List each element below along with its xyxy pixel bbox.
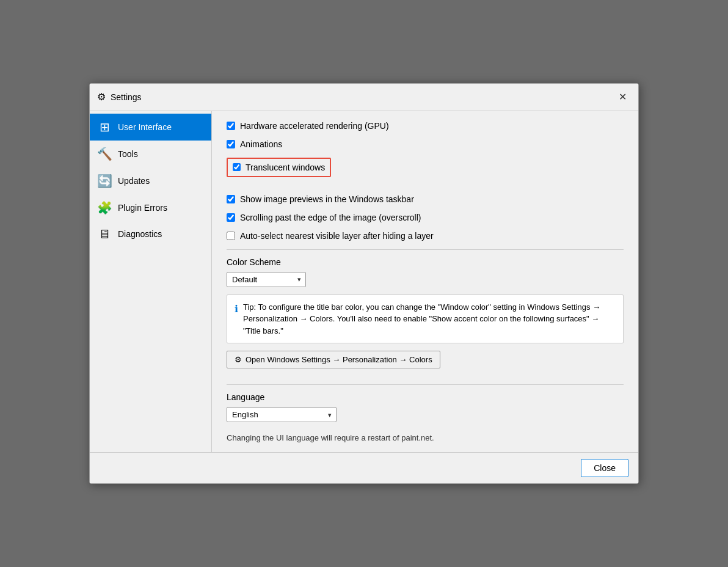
checkbox-gpu[interactable] xyxy=(227,122,235,130)
dialog-footer: Close xyxy=(90,452,638,483)
language-label: Language xyxy=(227,392,624,402)
checkbox-overscroll[interactable] xyxy=(227,213,235,222)
label-taskbar-preview: Show image previews in the Windows taskb… xyxy=(240,194,414,204)
checkbox-translucent[interactable] xyxy=(233,163,241,171)
checkbox-row-overscroll: Scrolling past the edge of the image (ov… xyxy=(227,213,624,222)
checkbox-animations[interactable] xyxy=(227,140,235,148)
language-select[interactable]: English Français Deutsch Español 日本語 xyxy=(227,407,337,422)
title-bar-left: ⚙ Settings xyxy=(97,91,142,103)
label-auto-select: Auto-select nearest visible layer after … xyxy=(240,231,434,241)
title-bar-close-button[interactable]: ✕ xyxy=(614,89,631,106)
tip-text: Tip: To configure the title bar color, y… xyxy=(243,301,616,337)
checkbox-row-auto-select: Auto-select nearest visible layer after … xyxy=(227,231,624,241)
tip-box: ℹ Tip: To configure the title bar color,… xyxy=(227,294,624,344)
plugin-icon: 🧩 xyxy=(97,200,112,215)
settings-title-icon: ⚙ xyxy=(97,91,106,103)
color-scheme-select[interactable]: Default Light Dark xyxy=(227,272,306,287)
checkbox-row-gpu: Hardware accelerated rendering (GPU) xyxy=(227,121,624,131)
tools-icon: 🔨 xyxy=(97,147,112,161)
open-windows-settings-button[interactable]: ⚙ Open Windows Settings → Personalizatio… xyxy=(227,351,440,368)
main-content: Hardware accelerated rendering (GPU) Ani… xyxy=(212,111,638,453)
checkbox-row-translucent-wrapper: Translucent windows xyxy=(227,158,624,186)
sidebar-item-plugin-errors[interactable]: 🧩 Plugin Errors xyxy=(90,194,211,221)
sidebar-label-updates: Updates xyxy=(118,176,150,186)
ui-icon: ⊞ xyxy=(97,120,112,134)
sidebar-label-plugin-errors: Plugin Errors xyxy=(118,203,167,213)
dialog-title: Settings xyxy=(111,92,142,102)
language-restart-note: Changing the UI language will require a … xyxy=(227,433,624,442)
checkbox-taskbar-preview[interactable] xyxy=(227,195,235,203)
checkbox-row-translucent: Translucent windows xyxy=(227,158,331,177)
color-scheme-select-wrapper-outer: Default Light Dark xyxy=(227,272,624,287)
close-dialog-button[interactable]: Close xyxy=(581,459,628,477)
open-settings-label: Open Windows Settings → Personalization … xyxy=(246,355,432,364)
checkbox-row-animations: Animations xyxy=(227,139,624,149)
sidebar-item-tools[interactable]: 🔨 Tools xyxy=(90,141,211,167)
dialog-body: ⊞ User Interface 🔨 Tools 🔄 Updates 🧩 Plu… xyxy=(90,111,638,453)
language-select-wrapper: English Français Deutsch Español 日本語 xyxy=(227,407,337,422)
sidebar-label-tools: Tools xyxy=(118,149,138,159)
color-scheme-select-wrapper: Default Light Dark xyxy=(227,272,306,287)
diagnostics-icon: 🖥 xyxy=(97,227,112,241)
sidebar: ⊞ User Interface 🔨 Tools 🔄 Updates 🧩 Plu… xyxy=(90,111,212,453)
sidebar-item-user-interface[interactable]: ⊞ User Interface xyxy=(90,114,211,141)
checkbox-row-taskbar-preview: Show image previews in the Windows taskb… xyxy=(227,194,624,204)
open-settings-icon: ⚙ xyxy=(235,355,242,364)
sidebar-item-diagnostics[interactable]: 🖥 Diagnostics xyxy=(90,221,211,247)
color-scheme-label: Color Scheme xyxy=(227,257,624,267)
sidebar-item-updates[interactable]: 🔄 Updates xyxy=(90,167,211,194)
settings-dialog: ⚙ Settings ✕ ⊞ User Interface 🔨 Tools 🔄 … xyxy=(89,83,639,485)
label-animations: Animations xyxy=(240,139,282,149)
sidebar-label-diagnostics: Diagnostics xyxy=(118,229,162,239)
sidebar-label-user-interface: User Interface xyxy=(118,122,172,132)
language-divider xyxy=(227,384,624,385)
tip-icon: ℹ xyxy=(235,302,238,337)
title-bar: ⚙ Settings ✕ xyxy=(90,84,638,111)
color-scheme-divider xyxy=(227,249,624,250)
updates-icon: 🔄 xyxy=(97,174,112,188)
label-gpu: Hardware accelerated rendering (GPU) xyxy=(240,121,389,131)
label-translucent: Translucent windows xyxy=(246,163,325,172)
label-overscroll: Scrolling past the edge of the image (ov… xyxy=(240,213,421,222)
checkbox-auto-select[interactable] xyxy=(227,232,235,240)
